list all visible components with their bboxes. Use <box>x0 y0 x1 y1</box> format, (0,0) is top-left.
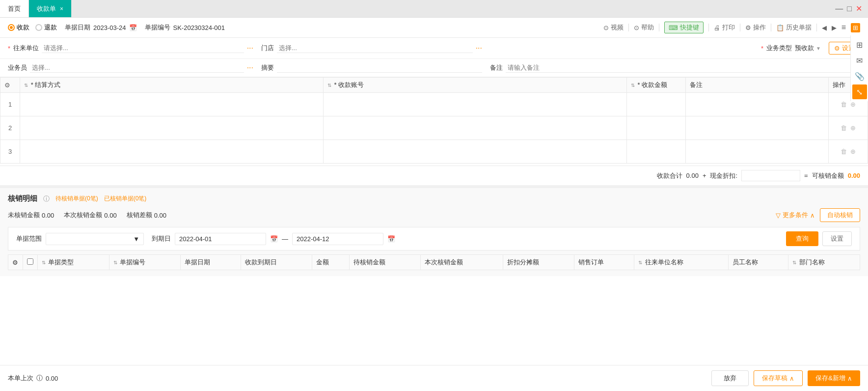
sub-col-staff: 员工名称 <box>729 255 788 270</box>
cell-settle-method[interactable] <box>20 140 324 164</box>
abandon-btn[interactable]: 放弃 <box>711 370 749 386</box>
nav-prev-icon[interactable]: ◀ <box>822 24 827 31</box>
bottom-info: 本单上次 ⓘ 0.00 <box>8 374 58 383</box>
divider4 <box>740 24 740 31</box>
table-settings-icon[interactable]: ⚙ <box>4 82 10 89</box>
sub-col-counterparty: ⇅ 往来单位名称 <box>634 255 729 270</box>
print-btn[interactable]: 🖨 打印 <box>714 23 735 32</box>
range-select[interactable]: ▼ <box>46 233 144 245</box>
select-all-checkbox[interactable] <box>27 258 33 265</box>
auto-verify-btn[interactable]: 自动核销 <box>820 208 860 222</box>
more-conditions-btn[interactable]: ▽ 更多条件 ∧ <box>776 211 815 220</box>
date-from-input[interactable] <box>175 233 266 245</box>
shop-more-btn[interactable]: ··· <box>476 44 482 53</box>
tab-receipt-label: 收款单 <box>37 4 56 13</box>
staff-input[interactable] <box>30 63 244 73</box>
cell-remark[interactable] <box>685 93 828 116</box>
video-btn[interactable]: ⊙ 视频 <box>603 23 624 32</box>
date-label: 单据日期 <box>65 23 90 32</box>
cell-amount[interactable] <box>626 116 685 140</box>
tab-receipt[interactable]: 收款单 × <box>29 0 72 17</box>
calendar-icon[interactable]: 📅 <box>129 24 137 31</box>
counterparty-input[interactable] <box>42 43 244 53</box>
counterparty-more-btn[interactable]: ··· <box>247 44 253 53</box>
verifiable-value: 0.00 <box>848 172 860 179</box>
cell-amount[interactable] <box>626 93 685 116</box>
main-table-section: ⚙ ⇅ * 结算方式 ⇅ * 收款账号 ⇅ * 收款 <box>0 77 868 166</box>
limit-info-icon[interactable]: ⓘ <box>36 374 43 383</box>
maximize-icon[interactable]: □ <box>847 4 852 13</box>
operations-btn[interactable]: ⚙ 操作 <box>745 23 766 32</box>
shortcut-label: 快捷键 <box>680 23 699 32</box>
info-icon[interactable]: ⓘ <box>43 195 50 203</box>
cell-account-no[interactable] <box>323 116 626 140</box>
shop-input[interactable] <box>277 43 473 53</box>
help-btn[interactable]: ⊙ 帮助 <box>634 23 654 32</box>
delete-icon[interactable]: 🗑 <box>841 148 847 155</box>
done-tab-link[interactable]: 已核销单据(0笔) <box>104 195 147 203</box>
sub-col-checkbox <box>23 255 38 270</box>
cell-amount[interactable] <box>626 140 685 164</box>
divider6 <box>816 24 817 31</box>
history-btn[interactable]: 📋 历史单据 <box>776 23 812 32</box>
date-value[interactable]: 2023-03-24 <box>93 24 126 31</box>
tab-close-icon[interactable]: × <box>60 5 63 12</box>
search-row: 单据范围 ▼ 到期日 📅 — 📅 查询 设置 <box>8 227 860 251</box>
sort-icon: ⇅ <box>24 83 28 88</box>
list-view-icon[interactable]: ≡ <box>841 23 846 32</box>
shop-field: 门店 ··· <box>261 43 482 53</box>
sub-table-gear-icon[interactable]: ⚙ <box>12 259 18 266</box>
copy-icon[interactable]: ⊕ <box>850 101 856 108</box>
radio-collect[interactable]: 收款 <box>8 23 29 32</box>
calendar-to-icon[interactable]: 📅 <box>387 235 395 243</box>
cell-remark[interactable] <box>685 140 828 164</box>
calendar-from-icon[interactable]: 📅 <box>270 235 278 243</box>
cell-settle-method[interactable] <box>20 93 324 116</box>
plus-sign: + <box>703 172 706 179</box>
radio-group: 收款 退款 <box>8 23 57 32</box>
cell-settle-method[interactable] <box>20 116 324 140</box>
cash-discount-input[interactable] <box>741 170 800 181</box>
cell-account-no[interactable] <box>323 140 626 164</box>
radio-refund[interactable]: 退款 <box>35 23 57 32</box>
chevron-down-icon: ▼ <box>816 46 821 51</box>
sub-settings-btn[interactable]: 设置 <box>822 231 852 246</box>
main-table: ⚙ ⇅ * 结算方式 ⇅ * 收款账号 ⇅ * 收款 <box>0 77 868 164</box>
cell-remark[interactable] <box>685 116 828 140</box>
delete-icon[interactable]: 🗑 <box>841 124 847 132</box>
sidebar-attachment-icon[interactable]: 📎 <box>852 69 867 84</box>
history-icon: 📋 <box>776 24 784 31</box>
sidebar-expand-icon[interactable]: ⤡ <box>852 84 867 99</box>
business-type-dropdown[interactable]: 预收款 ▼ <box>795 44 821 53</box>
nav-next-icon[interactable]: ▶ <box>832 24 837 31</box>
tab-home[interactable]: 首页 <box>0 0 29 17</box>
draft-btn[interactable]: 保存草稿 ∧ <box>754 370 803 386</box>
summary-row: 收款合计 0.00 + 现金折扣: = 可核销金额 0.00 <box>0 166 868 185</box>
sidebar-table-icon[interactable]: ⊞ <box>852 37 867 52</box>
summary-label: 摘要 <box>261 63 274 72</box>
delete-icon[interactable]: 🗑 <box>841 101 847 108</box>
save-new-btn[interactable]: 保存&新增 ∧ <box>808 370 860 386</box>
grid-view-icon[interactable]: ⊞ <box>851 23 860 32</box>
sub-table: ⚙ ⇅ 单据类型 ⇅ 单据编号 <box>8 254 860 270</box>
summary-input[interactable] <box>277 63 482 73</box>
cell-account-no[interactable] <box>323 93 626 116</box>
no-field-group: 单据编号 SK-20230324-001 <box>145 23 225 32</box>
minimize-icon[interactable]: — <box>835 4 843 13</box>
query-btn[interactable]: 查询 <box>786 231 818 246</box>
shortcut-btn[interactable]: ⌨ 快捷键 <box>664 22 704 33</box>
sub-col-sales-order: 销售订单 <box>574 255 634 270</box>
sub-col-pending: 待核销金额 <box>349 255 420 270</box>
sidebar-email-icon[interactable]: ✉ <box>852 53 867 68</box>
range-field: 单据范围 ▼ <box>16 233 144 245</box>
copy-icon[interactable]: ⊕ <box>850 148 856 155</box>
date-to-input[interactable] <box>292 233 383 245</box>
cash-discount-label: 现金折扣: <box>710 171 737 180</box>
copy-icon[interactable]: ⊕ <box>850 124 856 132</box>
help-icon: ⊙ <box>634 24 639 31</box>
staff-more-btn[interactable]: ··· <box>247 63 253 72</box>
remark-input[interactable] <box>506 63 860 73</box>
pending-tab-link[interactable]: 待核销单据(0笔) <box>55 195 98 203</box>
radio-refund-label: 退款 <box>44 23 57 32</box>
close-icon[interactable]: ✕ <box>856 4 862 13</box>
